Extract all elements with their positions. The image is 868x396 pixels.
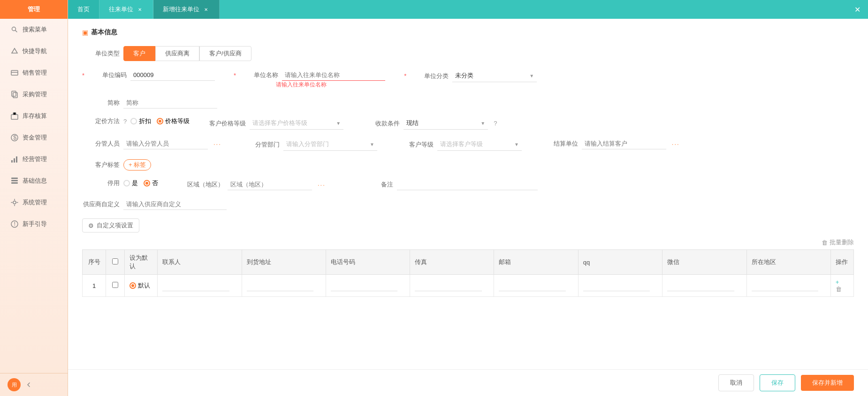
col-action: 操作 [830, 250, 853, 275]
abbr-input[interactable] [123, 97, 217, 109]
unit-type-row: 单位类型 客户 供应商离 客户/供应商 [82, 46, 854, 61]
add-tag-button[interactable]: + 标签 [123, 159, 151, 171]
expand-icon[interactable] [24, 380, 33, 389]
payment-terms-label: 收款条件 [362, 119, 400, 128]
tab-contacts-label: 往来单位 [109, 5, 133, 14]
fax-input-1[interactable] [415, 280, 481, 291]
sidebar-item-operations[interactable]: 经营管理 [3, 149, 65, 169]
sidebar-item-operations-label: 经营管理 [23, 155, 47, 163]
sidebar-item-search[interactable]: 搜索菜单 [3, 20, 65, 39]
col-check [106, 250, 125, 275]
svg-rect-6 [11, 115, 18, 119]
sidebar-item-purchase[interactable]: 采购管理 [3, 85, 65, 104]
supplier-custom-input[interactable] [123, 199, 227, 210]
settlement-label: 结算单位 [541, 140, 578, 148]
row-region-input-1[interactable] [752, 280, 818, 291]
row-num-1: 1 [83, 275, 106, 297]
window-close-button[interactable]: ✕ [847, 0, 868, 19]
sidebar-item-inventory-label: 库存核算 [23, 112, 47, 120]
svg-text:!: ! [14, 220, 16, 227]
settlement-more-btn[interactable]: ··· [670, 140, 682, 148]
customer-price-select[interactable]: 请选择客户价格等级 ▼ [250, 117, 343, 130]
row-check-1 [106, 275, 125, 297]
col-fax: 传真 [410, 250, 494, 275]
wechat-input-1[interactable] [667, 280, 734, 291]
svg-rect-11 [16, 156, 17, 163]
tab-new-contact[interactable]: 新增往来单位 ✕ [153, 0, 220, 19]
unit-code-input[interactable] [130, 70, 215, 81]
add-row-btn[interactable]: + [836, 279, 839, 286]
phone-input-1[interactable] [331, 280, 397, 291]
sidebar-item-purchase-label: 采购管理 [23, 90, 47, 99]
address-input-1[interactable] [247, 280, 313, 291]
save-button[interactable]: 保存 [760, 374, 795, 391]
manager-more-btn[interactable]: ··· [212, 140, 223, 148]
custom-settings-label: 自定义项设置 [97, 221, 133, 230]
sidebar-item-quicknav[interactable]: 快捷导航 [3, 41, 65, 61]
sidebar-item-system[interactable]: 系统管理 [3, 193, 65, 212]
pricing-info-icon[interactable]: ? [123, 118, 127, 125]
select-all-checkbox[interactable] [112, 258, 118, 264]
customer-level-select[interactable]: 请选择客户等级 ▼ [437, 138, 522, 151]
payment-terms-select[interactable]: 现结 ▼ [404, 117, 488, 130]
email-input-1[interactable] [499, 280, 565, 291]
manager-input[interactable] [123, 138, 208, 149]
abbr-row: 简称 [82, 97, 854, 109]
unit-type-customer-btn[interactable]: 客户 [123, 46, 155, 61]
row-qq-1 [578, 275, 662, 297]
svg-rect-9 [11, 160, 13, 163]
contacts-table: 序号 设为默认 联系人 到货地址 电话号码 传真 邮箱 qq 微信 所在地区 操… [82, 249, 854, 297]
svg-marker-2 [12, 48, 17, 53]
sidebar-item-guide-label: 新手引导 [23, 220, 47, 228]
region-more-btn[interactable]: ··· [316, 181, 327, 188]
sidebar-item-sales-label: 销售管理 [23, 69, 47, 77]
disabled-no-radio[interactable]: 否 [144, 179, 158, 187]
bulk-delete-label[interactable]: 批量删除 [830, 238, 854, 247]
region-input[interactable] [228, 179, 312, 190]
operations-icon [10, 155, 19, 163]
cancel-button[interactable]: 取消 [718, 374, 754, 391]
custom-settings-button[interactable]: ⚙ 自定义项设置 [82, 218, 139, 233]
sidebar-item-sales[interactable]: 销售管理 [3, 63, 65, 83]
payment-info-icon[interactable]: ? [494, 120, 497, 127]
svg-text:$: $ [13, 134, 17, 141]
contact-input-1[interactable] [162, 280, 229, 291]
row-1-checkbox[interactable] [112, 282, 118, 288]
unit-type-supplier-btn[interactable]: 供应商离 [155, 46, 199, 61]
tab-contacts-close[interactable]: ✕ [136, 6, 144, 13]
disabled-no-circle [144, 180, 150, 186]
tab-home[interactable]: 首页 [68, 0, 99, 19]
unit-category-select[interactable]: 未分类 ▼ [452, 70, 537, 82]
qq-input-1[interactable] [583, 280, 650, 291]
unit-category-required: * [404, 72, 406, 79]
sidebar-item-inventory[interactable]: 库存核算 [3, 106, 65, 126]
footer: 取消 保存 保存并新增 [68, 369, 868, 396]
pricing-discount-radio[interactable]: 折扣 [130, 117, 151, 125]
remarks-input[interactable] [397, 179, 538, 190]
default-radio-1[interactable]: 默认 [129, 281, 152, 290]
unit-code-field: * 单位编码 [82, 70, 215, 81]
pricing-level-radio[interactable]: 价格等级 [157, 117, 190, 125]
guide-icon: ! [10, 220, 19, 228]
sidebar-item-basic-label: 基础信息 [23, 177, 47, 185]
unit-name-input[interactable] [282, 70, 385, 81]
delete-row-btn[interactable]: 🗑 [836, 286, 842, 293]
disabled-label: 停用 [82, 179, 120, 187]
svg-point-15 [13, 201, 16, 204]
sidebar-item-finance[interactable]: $ 资金管理 [3, 128, 65, 148]
sidebar-item-guide[interactable]: ! 新手引导 [3, 214, 65, 234]
save-add-button[interactable]: 保存并新增 [801, 375, 854, 391]
disabled-no-dot [145, 182, 148, 185]
tab-new-contact-close[interactable]: ✕ [202, 6, 210, 13]
manager-field: 分管人员 ··· [82, 138, 223, 149]
settlement-input[interactable] [582, 138, 666, 149]
tab-contacts[interactable]: 往来单位 ✕ [99, 0, 153, 19]
sidebar-item-basic[interactable]: 基础信息 [3, 171, 65, 191]
system-icon [10, 198, 19, 207]
disabled-yes-radio[interactable]: 是 [123, 179, 138, 187]
sales-icon [10, 69, 19, 77]
sidebar: 管理 搜索菜单 快捷导航 销售管理 采购管理 库存核算 $ 资金管 [0, 0, 68, 396]
department-select[interactable]: 请输入分管部门 ▼ [283, 138, 377, 151]
col-address: 到货地址 [242, 250, 326, 275]
unit-type-both-btn[interactable]: 客户/供应商 [199, 46, 251, 61]
